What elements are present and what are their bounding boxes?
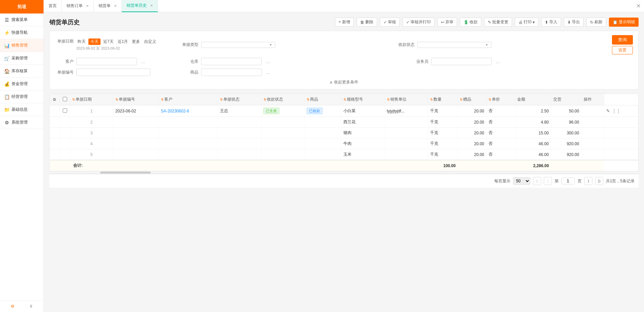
customer-ellipsis[interactable]: ...	[141, 59, 145, 64]
cell-check[interactable]	[60, 117, 70, 128]
collapse-btn[interactable]: ∧ 收起更多条件	[55, 79, 633, 85]
cell-doc-no[interactable]	[159, 117, 218, 128]
sidebar-item-finance-mgmt[interactable]: 💰 资金管理	[0, 78, 44, 90]
business-ellipsis[interactable]: ...	[496, 59, 500, 64]
show-detail-button[interactable]: 📋 显示明细	[609, 18, 639, 27]
date-shortcut-custom[interactable]: 自定义	[143, 38, 158, 45]
summary-transaction	[551, 160, 581, 171]
business-label: 业务员	[410, 59, 428, 64]
sidebar-bottom-icon2[interactable]: ⏸	[29, 304, 33, 309]
system-icon: ⚙	[4, 120, 9, 125]
summary-action	[581, 160, 604, 171]
tab-sales-goods-history-close[interactable]: ✕	[150, 4, 153, 7]
sidebar-item-search[interactable]: ☰ 搜索菜单	[0, 14, 44, 26]
cell-doc-no[interactable]	[159, 128, 218, 138]
th-settings[interactable]: ⚙	[50, 94, 60, 105]
setting-button[interactable]: 设置	[612, 46, 633, 54]
collect-button[interactable]: 💲 收款	[460, 18, 481, 27]
warehouse-ellipsis[interactable]: ...	[266, 59, 270, 64]
warehouse-input[interactable]	[201, 58, 262, 65]
th-gift[interactable]: ⇅赠品	[458, 94, 486, 105]
cell-doc-no[interactable]	[159, 138, 218, 149]
collect-status-select[interactable]	[417, 42, 492, 48]
edit-icon[interactable]: ✎	[606, 108, 610, 113]
tab-sales-goods[interactable]: 销货单 ✕	[94, 0, 122, 12]
page-next-btn[interactable]: ⟩	[584, 177, 592, 185]
cell-doc-no[interactable]: SA-20230602-6	[159, 105, 218, 117]
sidebar-item-label: 系统管理	[11, 120, 28, 125]
row-checkbox[interactable]	[63, 108, 67, 113]
cell-check[interactable]	[60, 138, 70, 149]
tab-sales-goods-close[interactable]: ✕	[114, 4, 117, 8]
filter-row-1: 单据日期 昨天 今天 近7天 近1月 更多 自定义 2023-06-02 至 2…	[55, 35, 633, 54]
add-button[interactable]: + 新增	[335, 18, 354, 27]
cell-date: 2023-06-02	[113, 105, 159, 117]
tab-home[interactable]: 首页	[44, 0, 62, 12]
th-customer[interactable]: ⇅客户	[159, 94, 218, 105]
business-input[interactable]	[431, 58, 492, 65]
th-spec[interactable]: ⇅规格型号	[341, 94, 385, 105]
sidebar-item-inventory-calc[interactable]: 🏠 库存核算	[0, 65, 44, 78]
th-collect-status[interactable]: ⇅收款状态	[261, 94, 305, 105]
th-doc-status[interactable]: ⇅单据状态	[218, 94, 261, 105]
sidebar-item-basic-info[interactable]: 📁 基础信息	[0, 103, 44, 116]
cell-check[interactable]	[60, 149, 70, 160]
refresh-button[interactable]: ↻ 刷新	[586, 18, 606, 27]
date-shortcut-7days[interactable]: 近7天	[102, 38, 115, 45]
th-doc-no[interactable]: ⇅单据编号	[113, 94, 159, 105]
sidebar-item-system-mgmt[interactable]: ⚙ 系统管理	[0, 116, 44, 129]
query-button[interactable]: 查询	[612, 35, 633, 45]
import-button[interactable]: ⬆ 导入	[541, 18, 561, 27]
sidebar-item-quick-nav[interactable]: ⚡ 快捷导航	[0, 26, 44, 39]
date-shortcut-more[interactable]: 更多	[131, 38, 141, 45]
cell-goods: 牛肉	[341, 138, 385, 149]
date-shortcut-yesterday[interactable]: 昨天	[76, 38, 87, 45]
tab-bar: 首页 销售订单 ✕ 销货单 ✕ 销货单历史 ✕ ✕	[44, 0, 644, 12]
page-first-btn[interactable]: ⟨⟨	[533, 177, 541, 185]
tab-bar-close[interactable]: ✕	[636, 3, 644, 9]
page-input[interactable]	[561, 178, 575, 184]
select-all-checkbox[interactable]	[63, 97, 67, 101]
sidebar-bottom-icon1[interactable]: ⚙	[11, 304, 15, 309]
date-shortcut-1month[interactable]: 近1月	[116, 38, 130, 45]
cell-goods: 玉米	[341, 149, 385, 160]
goods-label: 商品	[180, 70, 198, 75]
th-qty[interactable]: ⇅数量	[428, 94, 458, 105]
page-prev-btn[interactable]: ⟨	[544, 177, 552, 185]
tab-sales-order[interactable]: 销售订单 ✕	[62, 0, 94, 12]
print-button[interactable]: 🖨 打印 ▾	[515, 18, 538, 27]
doc-no-input[interactable]	[76, 69, 150, 76]
th-check[interactable]	[60, 94, 70, 105]
delete-button[interactable]: 🗑 删除	[357, 18, 377, 27]
export-button[interactable]: ⬇ 导出	[564, 18, 584, 27]
goods-input[interactable]	[201, 69, 262, 76]
th-price[interactable]: ⇅单价	[486, 94, 515, 105]
th-unit[interactable]: ⇅销售单位	[385, 94, 428, 105]
th-goods[interactable]: ⇅商品	[305, 94, 341, 105]
collect-status-label: 收款状态	[396, 42, 415, 48]
audit-print-button[interactable]: ✓ 审核并打印	[402, 18, 435, 27]
goods-ellipsis[interactable]: ...	[266, 70, 270, 75]
sidebar-item-operation-mgmt[interactable]: 📋 经营管理	[0, 90, 44, 103]
tab-sales-order-close[interactable]: ✕	[86, 4, 89, 8]
date-shortcut-today[interactable]: 今天	[88, 38, 101, 45]
customer-input[interactable]	[76, 58, 137, 65]
per-page-select[interactable]: 50 100 200	[513, 177, 530, 185]
sidebar-item-purchase-mgmt[interactable]: 🛒 采购管理	[0, 52, 44, 65]
tab-sales-goods-history[interactable]: 销货单历史 ✕	[122, 0, 158, 12]
doc-type-select[interactable]	[201, 42, 275, 48]
audit-button[interactable]: ✓ 审核	[380, 18, 400, 27]
more-icon[interactable]: ⋮⋮	[612, 108, 621, 113]
page-last-btn[interactable]: ⟩⟩	[595, 177, 603, 185]
cell-doc-no[interactable]	[159, 149, 218, 160]
cell-spec	[385, 138, 428, 149]
sidebar-item-sales-mgmt[interactable]: 📊 销售管理	[0, 39, 44, 52]
th-date[interactable]: ⇅单据日期	[70, 94, 113, 105]
batch-change-button[interactable]: ✎ 批量变更	[484, 18, 512, 27]
abandon-button[interactable]: ↩ 弃审	[437, 18, 457, 27]
cell-action	[604, 117, 638, 128]
horizontal-scrollbar[interactable]	[50, 171, 638, 174]
cell-check[interactable]	[60, 105, 70, 117]
scrollbar-thumb[interactable]	[100, 172, 151, 174]
cell-check[interactable]	[60, 128, 70, 138]
